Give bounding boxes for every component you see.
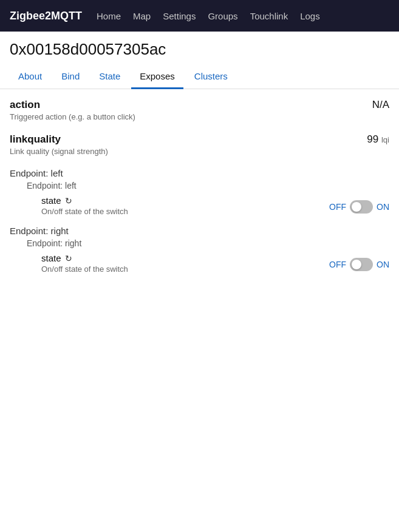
nav-touchlink[interactable]: Touchlink: [250, 11, 288, 21]
refresh-left-icon[interactable]: ↻: [65, 196, 72, 206]
endpoint-right-sublabel: Endpoint: right: [27, 238, 389, 248]
endpoint-right-group: Endpoint: right Endpoint: right state ↻ …: [10, 226, 389, 274]
feature-action-desc: Triggered action (e.g. a button click): [10, 112, 372, 121]
state-right-desc: On/off state of the switch: [41, 264, 329, 274]
tab-clusters[interactable]: Clusters: [186, 65, 236, 89]
feature-lq-left: linkquality Link quality (signal strengt…: [10, 133, 367, 156]
toggle-right-control: OFF ON: [329, 258, 389, 271]
tab-bind[interactable]: Bind: [53, 65, 88, 89]
feature-lq-value: 99 lqi: [367, 133, 389, 146]
toggle-right-on[interactable]: ON: [377, 260, 389, 269]
tab-exposes[interactable]: Exposes: [131, 65, 183, 89]
state-right-row: state ↻ On/off state of the switch OFF O…: [41, 253, 389, 274]
navbar-links: Home Map Settings Groups Touchlink Logs: [97, 11, 320, 21]
nav-home[interactable]: Home: [97, 11, 121, 21]
state-left-info: state ↻ On/off state of the switch: [41, 195, 329, 216]
toggle-right-switch[interactable]: [350, 258, 373, 271]
refresh-right-icon[interactable]: ↻: [65, 254, 72, 263]
endpoint-left-label: Endpoint: left: [10, 168, 389, 178]
toggle-right-off[interactable]: OFF: [329, 260, 346, 269]
state-left-name: state: [41, 195, 61, 206]
toggle-left-switch[interactable]: [350, 200, 373, 214]
toggle-left-on[interactable]: ON: [377, 202, 389, 212]
state-right-name: state: [41, 253, 61, 263]
state-left-header: state ↻: [41, 195, 329, 206]
state-right-wrapper: state ↻ On/off state of the switch OFF O…: [10, 253, 389, 274]
tab-about[interactable]: About: [10, 65, 50, 89]
nav-map[interactable]: Map: [133, 11, 151, 21]
endpoint-left-sublabel: Endpoint: left: [27, 181, 389, 190]
navbar: Zigbee2MQTT Home Map Settings Groups Tou…: [0, 0, 399, 32]
state-left-wrapper: state ↻ On/off state of the switch OFF O…: [10, 195, 389, 216]
feature-action: action Triggered action (e.g. a button c…: [10, 99, 389, 121]
state-right-header: state ↻: [41, 253, 329, 263]
toggle-left-control: OFF ON: [329, 200, 389, 214]
device-id: 0x00158d00057305ac: [0, 32, 399, 65]
endpoint-right-label: Endpoint: right: [10, 226, 389, 236]
feature-action-value: N/A: [372, 99, 389, 111]
feature-action-name: action: [10, 99, 372, 111]
toggle-left-off[interactable]: OFF: [329, 202, 346, 212]
toggle-left-thumb: [352, 202, 361, 212]
feature-lq-name: linkquality: [10, 133, 367, 146]
nav-groups[interactable]: Groups: [208, 11, 237, 21]
state-right-info: state ↻ On/off state of the switch: [41, 253, 329, 274]
feature-action-left: action Triggered action (e.g. a button c…: [10, 99, 372, 121]
toggle-right-thumb: [352, 260, 361, 269]
navbar-brand: Zigbee2MQTT: [10, 10, 82, 22]
feature-lq-unit: lqi: [381, 135, 389, 144]
state-left-row: state ↻ On/off state of the switch OFF O…: [41, 195, 389, 216]
tab-bar: About Bind State Exposes Clusters: [0, 65, 399, 89]
nav-logs[interactable]: Logs: [300, 11, 320, 21]
nav-settings[interactable]: Settings: [163, 11, 196, 21]
content-area: action Triggered action (e.g. a button c…: [0, 89, 399, 293]
tab-state[interactable]: State: [90, 65, 129, 89]
feature-linkquality: linkquality Link quality (signal strengt…: [10, 133, 389, 156]
feature-lq-desc: Link quality (signal strength): [10, 147, 367, 156]
state-left-desc: On/off state of the switch: [41, 207, 329, 216]
endpoint-left-group: Endpoint: left Endpoint: left state ↻ On…: [10, 168, 389, 216]
